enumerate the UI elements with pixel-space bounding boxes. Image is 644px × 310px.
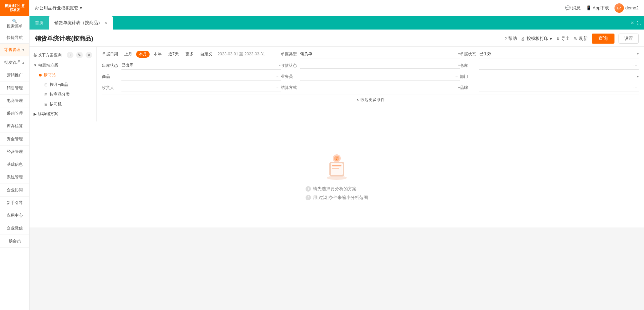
help-btn[interactable]: ? 帮助 — [504, 36, 517, 42]
dept-select[interactable]: ▾ — [479, 73, 639, 80]
date-tab-custom[interactable]: 自定义 — [198, 51, 215, 58]
edit-scheme-btn[interactable]: ✎ — [76, 52, 83, 58]
tip-text-1: 请先选择要分析的方案 — [313, 186, 357, 192]
main-area: 办公用品行业模拟账套 ▾ 💬 消息 📱 App下载 Ea demo2 首页 — [30, 0, 644, 310]
type-select[interactable]: 销货单 ▾ — [300, 50, 460, 58]
warehouse-select[interactable]: ··· — [479, 61, 639, 70]
date-tab-last-month[interactable]: 上月 — [121, 51, 135, 58]
payment-select[interactable]: ▾ — [300, 85, 460, 91]
brand-select[interactable]: ··· — [479, 84, 639, 92]
app-download-btn[interactable]: 📱 App下载 — [586, 5, 609, 11]
staff-select[interactable]: ··· — [300, 72, 460, 81]
date-tab-this-year[interactable]: 本年 — [151, 51, 164, 58]
enterprise-label: 企业协同 — [7, 187, 23, 193]
sidebar-item-finance[interactable]: 资金管理 — [0, 133, 29, 146]
header-left: 办公用品行业模拟账套 ▾ — [35, 5, 82, 11]
filter-brand: 品牌 ··· — [460, 84, 639, 92]
query-button[interactable]: 查询 — [592, 34, 614, 44]
sidebar-item-wechat[interactable]: 企业微信 — [0, 222, 29, 235]
tip-num-2: 2 — [306, 195, 311, 200]
sidebar-item-inventory[interactable]: 库存核算 — [0, 120, 29, 133]
svg-rect-4 — [332, 168, 339, 169]
tab-sales-stat[interactable]: 销货单统计表（按商品） ✕ — [49, 16, 113, 30]
guide-label: 新手引导 — [7, 200, 23, 206]
search-icon: 🔍 — [1, 19, 28, 23]
brand-dots-icon[interactable]: ··· — [632, 85, 639, 90]
message-btn[interactable]: 💬 消息 — [565, 5, 581, 11]
collapse-row[interactable]: ∧ 收起更多条件 — [102, 95, 639, 105]
tab-close-icon[interactable]: ✕ — [104, 21, 107, 25]
scheme-group-mobile[interactable]: ▶ 移动端方案 — [30, 109, 96, 119]
filter-doc-status: 单据状态 已生效 ▾ — [460, 50, 639, 58]
filter-row-1: 单据日期 上月 本月 本年 近7天 更多 自定义 — [102, 50, 639, 58]
scheme-item-by-driver[interactable]: ⊞ 按司机 — [30, 99, 96, 109]
receiver-dots-icon[interactable]: ··· — [274, 85, 281, 90]
type-label: 单据类型 — [281, 51, 298, 57]
export-icon: ⬇ — [556, 36, 560, 41]
sidebar-search[interactable]: 🔍 搜索菜单 — [0, 16, 29, 32]
recv-select[interactable]: ▾ — [300, 62, 460, 69]
status-value: 已生效 — [479, 51, 491, 57]
export-btn[interactable]: ⬇ 导出 — [556, 36, 570, 42]
sidebar-item-marketing[interactable]: 营销推广 — [0, 69, 29, 82]
tab-bar: 首页 销货单统计表（按商品） ✕ ✕ ⛶ — [30, 16, 644, 30]
sidebar-item-operation[interactable]: 经营管理 — [0, 146, 29, 158]
sidebar-item-basic[interactable]: 基础信息 — [0, 158, 29, 171]
help-icon: ? — [504, 36, 507, 41]
scheme-item-by-category[interactable]: ⊞ 按商品分类 — [30, 90, 96, 99]
filter-receiver: 收货人 ··· — [102, 84, 281, 92]
sidebar-item-purchase[interactable]: 采购管理 — [0, 107, 29, 120]
warehouse-dots-icon[interactable]: ··· — [632, 63, 639, 68]
tab-sales-stat-label: 销货单统计表（按商品） — [54, 20, 102, 26]
print-label: 按模板打印 — [527, 36, 548, 42]
scheme-panel: 按以下方案查询 + ✎ « ▼ 电脑端方案 按商品 — [30, 47, 97, 121]
refresh-label: 刷新 — [579, 36, 588, 42]
maximize-icon[interactable]: ⛶ — [637, 20, 641, 25]
staff-dots-icon[interactable]: ··· — [453, 74, 460, 79]
refresh-icon: ↻ — [574, 36, 578, 41]
receiver-select[interactable]: ··· — [121, 84, 281, 92]
collapse-scheme-btn[interactable]: « — [86, 52, 92, 58]
date-tab-more[interactable]: 更多 — [183, 51, 196, 58]
user-profile[interactable]: Ea demo2 — [614, 3, 639, 13]
industry-dropdown[interactable]: 办公用品行业模拟账套 ▾ — [35, 5, 82, 11]
scheme-item-by-product[interactable]: 按商品 — [30, 70, 96, 80]
sidebar-item-system[interactable]: 系统管理 — [0, 171, 29, 184]
out-select[interactable]: 已出库 ▾ — [121, 61, 281, 70]
date-filter: 上月 本月 本年 近7天 更多 自定义 2023-03-01 至 2023-03… — [121, 51, 281, 58]
product-dots-icon[interactable]: ··· — [274, 74, 281, 79]
sidebar-item-retail[interactable]: 零售管理 ▼ — [0, 44, 29, 56]
scheme-group-pc-header[interactable]: ▼ 电脑端方案 — [30, 60, 96, 70]
sidebar-item-apps[interactable]: 应用中心 — [0, 209, 29, 222]
purchase-label: 采购管理 — [7, 111, 23, 116]
filter-panel: 单据日期 上月 本月 本年 近7天 更多 自定义 — [97, 47, 644, 121]
scheme-item-by-month-product[interactable]: ⊞ 按月+商品 — [30, 80, 96, 90]
dept-control: ▾ — [479, 73, 639, 80]
scheme-group-pc: ▼ 电脑端方案 按商品 ⊞ 按月+商品 ⊞ 按 — [30, 60, 96, 109]
sidebar-item-enterprise[interactable]: 企业协同 — [0, 184, 29, 197]
tab-home[interactable]: 首页 — [30, 16, 49, 30]
sidebar-item-ecommerce[interactable]: 电商管理 — [0, 95, 29, 107]
filter-doc-type: 单据类型 销货单 ▾ — [281, 50, 460, 58]
settings-button[interactable]: 设置 — [619, 34, 639, 44]
sidebar-item-member[interactable]: 畅会员 — [0, 235, 29, 248]
out-value: 已出库 — [121, 62, 133, 68]
refresh-btn[interactable]: ↻ 刷新 — [574, 36, 588, 42]
sidebar-quick-nav[interactable]: 快捷导航 — [0, 32, 29, 44]
empty-tip-1: 1 请先选择要分析的方案 — [306, 186, 368, 192]
date-tab-7days[interactable]: 近7天 — [166, 51, 181, 58]
apps-label: 应用中心 — [7, 213, 23, 218]
product-select[interactable]: ··· — [121, 72, 281, 81]
sidebar-item-wholesale[interactable]: 批发管理 ▲ — [0, 56, 29, 69]
date-tab-this-month[interactable]: 本月 — [136, 51, 150, 58]
sidebar: 畅捷通好生意 标准版 🔍 搜索菜单 快捷导航 零售管理 ▼ 批发管理 ▲ 营销推… — [0, 0, 30, 310]
collapse-btn[interactable]: ∧ 收起更多条件 — [356, 97, 385, 103]
add-scheme-btn[interactable]: + — [67, 52, 73, 58]
sidebar-item-guide[interactable]: 新手引导 — [0, 197, 29, 209]
status-select[interactable]: 已生效 ▾ — [479, 50, 639, 58]
sidebar-item-sales[interactable]: 销售管理 — [0, 82, 29, 95]
product-label: 商品 — [102, 74, 119, 80]
print-btn[interactable]: 🖨 按模板打印 ▾ — [521, 36, 552, 42]
scheme-panel-header: 按以下方案查询 + ✎ « — [30, 50, 96, 60]
close-window-icon[interactable]: ✕ — [631, 20, 634, 25]
